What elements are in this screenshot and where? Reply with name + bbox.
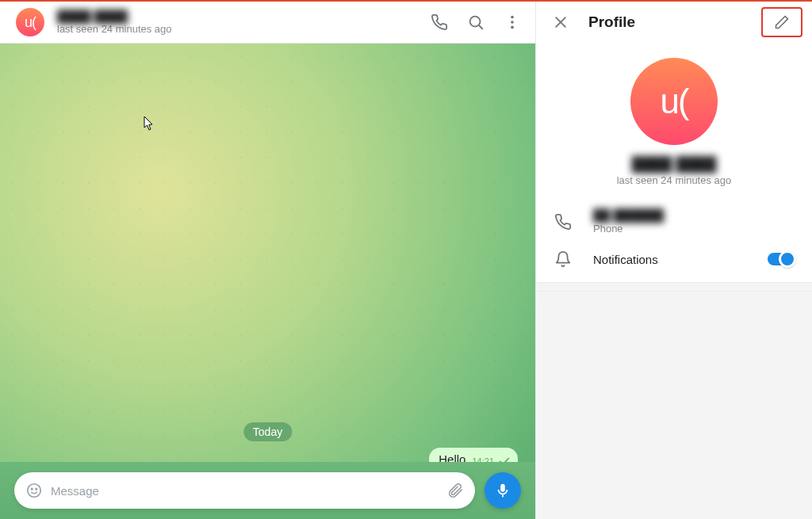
message-outgoing[interactable]: Hello 14:21	[429, 448, 518, 462]
composer	[0, 462, 535, 519]
close-button[interactable]	[546, 7, 576, 37]
call-button[interactable]	[423, 6, 456, 39]
profile-body: u( ████ ████ last seen 24 minutes ago	[536, 44, 812, 186]
phone-label: Phone	[593, 223, 795, 235]
header-actions	[423, 6, 529, 39]
profile-phone-row[interactable]: ██ ██████ Phone	[536, 200, 812, 242]
profile-info-list: ██ ██████ Phone Notifications	[536, 200, 812, 276]
profile-avatar-initials: u(	[660, 82, 688, 121]
profile-title: Profile	[588, 13, 761, 31]
profile-notifications-row[interactable]: Notifications	[536, 242, 812, 276]
pencil-icon	[774, 14, 790, 30]
close-icon	[553, 14, 569, 30]
profile-name: ████ ████	[631, 156, 716, 173]
svg-point-0	[470, 17, 481, 27]
contact-avatar[interactable]: u(	[16, 8, 44, 36]
voice-button[interactable]	[485, 472, 521, 509]
notifications-toggle[interactable]	[768, 253, 795, 265]
more-vertical-icon	[504, 13, 521, 31]
chat-title-block[interactable]: ████ ████ last seen 24 minutes ago	[57, 10, 423, 35]
message-input[interactable]	[51, 484, 439, 498]
svg-point-2	[511, 16, 514, 19]
mouse-cursor-icon	[144, 116, 155, 132]
search-button[interactable]	[459, 6, 492, 39]
phone-icon	[431, 13, 448, 31]
phone-value: ██ ██████	[593, 208, 795, 222]
microphone-icon	[494, 482, 511, 499]
profile-empty-area	[536, 292, 812, 519]
phone-icon	[553, 213, 573, 231]
chat-background: Today Hello 14:21	[0, 44, 535, 462]
message-input-pill[interactable]	[14, 472, 475, 509]
app-root: u( ████ ████ last seen 24 minutes ago	[0, 0, 812, 519]
chat-header: u( ████ ████ last seen 24 minutes ago	[0, 2, 535, 44]
attach-icon[interactable]	[446, 482, 464, 499]
notifications-label: Notifications	[593, 253, 747, 266]
profile-header: Profile	[536, 2, 812, 44]
svg-point-3	[511, 21, 514, 24]
svg-point-4	[511, 26, 514, 29]
more-button[interactable]	[496, 6, 529, 39]
section-separator	[536, 282, 812, 292]
message-text: Hello	[439, 452, 465, 462]
bell-icon	[553, 250, 573, 268]
message-time: 14:21	[472, 456, 494, 462]
profile-avatar[interactable]: u(	[630, 58, 718, 145]
edit-button[interactable]	[774, 14, 790, 30]
contact-status: last seen 24 minutes ago	[57, 23, 423, 35]
check-icon	[499, 456, 510, 462]
svg-point-6	[32, 488, 33, 489]
date-divider: Today	[243, 422, 292, 441]
profile-status: last seen 24 minutes ago	[617, 174, 732, 186]
svg-point-5	[28, 484, 41, 498]
contact-name: ████ ████	[57, 10, 423, 23]
chat-pane: u( ████ ████ last seen 24 minutes ago	[0, 2, 536, 519]
emoji-icon[interactable]	[25, 482, 43, 499]
search-icon	[467, 13, 485, 31]
profile-pane: Profile u( ████ ████ last seen 24 minute…	[536, 2, 812, 519]
svg-line-1	[479, 25, 482, 29]
avatar-initials: u(	[25, 14, 36, 31]
edit-highlight	[761, 7, 802, 37]
svg-rect-8	[502, 495, 504, 498]
svg-point-7	[36, 488, 36, 489]
